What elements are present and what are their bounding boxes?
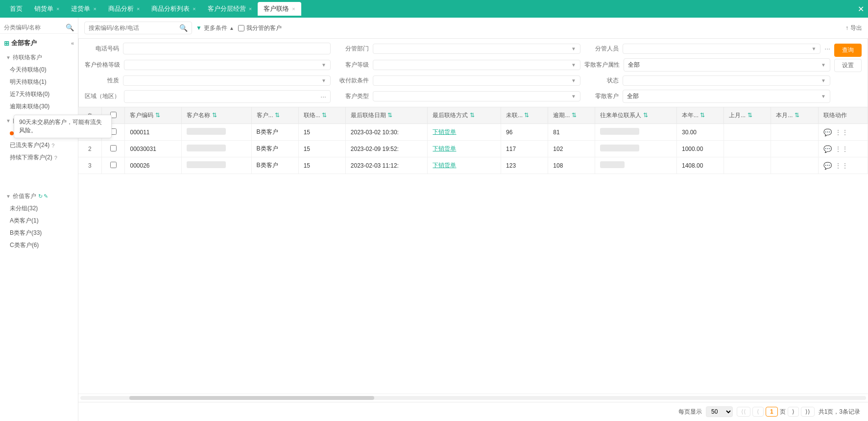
row-method-3: 下销货单 [428, 157, 501, 174]
refresh-icon[interactable]: ↻ [38, 193, 43, 199]
sidebar-item-class-a[interactable]: A类客户(1) [0, 215, 78, 227]
tab-bar: 首页 销货单 × 进货单 × 商品分析 × 商品分析列表 × 客户分层经营 × … [0, 0, 868, 18]
method-link-3[interactable]: 下销货单 [433, 162, 456, 169]
last-page-button[interactable]: ⟩⟩ [801, 407, 815, 417]
sidebar-group-value-title[interactable]: ▼ 价值客户 ↻ ✎ [0, 190, 78, 202]
next-page-button[interactable]: ⟩ [788, 407, 799, 417]
question-icon: ? [51, 143, 54, 149]
toolbar-search-input[interactable] [89, 25, 177, 31]
filter-price-level-select[interactable]: ▼ [124, 60, 331, 70]
tab-product-analysis-close[interactable]: × [137, 6, 140, 12]
tab-sales-close[interactable]: × [56, 6, 59, 12]
sort-icon10[interactable]: ⇅ [700, 112, 705, 119]
sort-icon[interactable]: ⇅ [155, 112, 160, 119]
export-button[interactable]: ↑ 导出 [845, 24, 862, 32]
sidebar-item-class-b[interactable]: B类客户(33) [0, 227, 78, 239]
tab-sales[interactable]: 销货单 × [28, 2, 65, 16]
filter-nature-select[interactable]: ▼ [123, 75, 331, 86]
action-chat-2[interactable]: 💬 [823, 145, 832, 153]
action-chat-1[interactable]: 💬 [823, 128, 832, 136]
scroll-track[interactable] [80, 396, 866, 400]
sidebar-item-churned[interactable]: 已流失客户(24) ? [0, 139, 78, 151]
method-link-2[interactable]: 下销货单 [433, 145, 456, 152]
filter-dept: 分管部门 ▼ [335, 44, 580, 54]
sort-icon12[interactable]: ⇅ [795, 112, 799, 119]
sidebar-collapse-btn[interactable]: « [71, 40, 74, 46]
tab-customer-segment-close[interactable]: × [249, 6, 252, 12]
sort-icon8[interactable]: ⇅ [572, 112, 577, 119]
sidebar-item-overdue-contact[interactable]: 逾期未联络(30) [0, 100, 78, 113]
sort-icon5[interactable]: ⇅ [387, 112, 392, 119]
sidebar-search-input[interactable] [4, 24, 66, 31]
tab-customer-contact-close[interactable]: × [292, 6, 295, 12]
page-label: 页 [780, 408, 786, 416]
query-button[interactable]: 查询 [834, 44, 862, 57]
filter-dept-select[interactable]: ▼ [373, 44, 580, 54]
sidebar-item-7days[interactable]: 近7天待联络(0) [0, 88, 78, 100]
filter-region-select[interactable]: ··· [124, 90, 331, 103]
filter-customer-level-select[interactable]: ▼ [373, 60, 580, 70]
customer-table: ⚙ 客户编码 ⇅ 客户名称 ⇅ 客户... ⇅ 联络... ⇅ 最后联络日期 ⇅… [78, 107, 868, 174]
sort-icon11[interactable]: ⇅ [747, 112, 752, 119]
action-more-1[interactable]: ⋮⋮ [835, 128, 848, 136]
toolbar-search-icon[interactable]: 🔍 [179, 24, 188, 32]
col-last-contact-date: 最后联络日期 ⇅ [345, 107, 428, 124]
action-chat-3[interactable]: 💬 [823, 162, 832, 170]
prev-page-button[interactable]: ⟨ [752, 407, 764, 417]
sidebar-item-tomorrow[interactable]: 明天待联络(1) [0, 76, 78, 88]
sort-icon4[interactable]: ⇅ [322, 112, 327, 119]
action-more-2[interactable]: ⋮⋮ [835, 145, 848, 153]
edit-icon[interactable]: ✎ [44, 193, 48, 199]
sort-icon3[interactable]: ⇅ [275, 112, 280, 119]
tab-product-analysis[interactable]: 商品分析 × [102, 2, 145, 16]
filter-retail-select[interactable]: 全部▼ [623, 90, 830, 103]
toolbar: 🔍 ▼ 更多条件 ▲ 我分管的客户 ↑ 导出 [78, 18, 868, 39]
scroll-thumb[interactable] [129, 396, 374, 400]
method-link-1[interactable]: 下销货单 [433, 128, 456, 135]
filter-status-select[interactable]: ▼ [623, 75, 830, 86]
filter-dots-1[interactable]: ··· [824, 45, 830, 52]
filter-toggle[interactable]: ▼ 更多条件 ▲ [196, 24, 234, 32]
row-contact-1: 15 [298, 124, 345, 141]
pagination: 每页显示 50 100 200 ⟨⟨ ⟨ 1 页 ⟩ ⟩⟩ 共1页，3条记录 [78, 402, 868, 421]
content-area: 🔍 ▼ 更多条件 ▲ 我分管的客户 ↑ 导出 [78, 18, 868, 421]
row-select-3[interactable] [110, 162, 117, 168]
my-customers-checkbox[interactable] [238, 25, 244, 31]
setting-button[interactable]: 设置 [834, 59, 862, 72]
tab-product-list-close[interactable]: × [193, 6, 195, 12]
row-select-2[interactable] [110, 145, 117, 151]
per-page-select[interactable]: 50 100 200 [706, 406, 733, 417]
tab-customer-contact[interactable]: 客户联络 × [258, 2, 301, 16]
tab-purchase-close[interactable]: × [93, 6, 96, 12]
filter-person-select[interactable]: ▼ [623, 44, 820, 54]
first-page-button[interactable]: ⟨⟨ [737, 407, 750, 417]
sort-icon6[interactable]: ⇅ [470, 112, 475, 119]
chevron-down-icon9: ▼ [571, 94, 576, 99]
col-code: 客户编码 ⇅ [125, 107, 182, 124]
filter-payment-select[interactable]: ▼ [373, 75, 580, 86]
sort-icon2[interactable]: ⇅ [212, 112, 217, 119]
sort-icon7[interactable]: ⇅ [524, 112, 529, 119]
region-dots-icon[interactable]: ··· [320, 93, 326, 100]
tab-home[interactable]: 首页 [4, 2, 28, 16]
sidebar-item-declining[interactable]: 持续下滑客户(2) ? [0, 151, 78, 164]
filter-retail-attr-select[interactable]: 全部▼ [624, 58, 830, 72]
tab-purchase[interactable]: 进货单 × [65, 2, 102, 16]
orange-dot-icon [10, 131, 14, 135]
sidebar-group-pending-title[interactable]: ▼ 待联络客户 [0, 51, 78, 64]
chevron-down-icon7: ▼ [571, 78, 576, 83]
horizontal-scrollbar[interactable] [78, 394, 868, 402]
tab-product-list[interactable]: 商品分析列表 × [145, 2, 201, 16]
tab-customer-segment[interactable]: 客户分层经营 × [202, 2, 258, 16]
sidebar-item-ungrouped[interactable]: 未分组(32) [0, 202, 78, 215]
filter-label: 更多条件 [204, 24, 227, 32]
action-more-3[interactable]: ⋮⋮ [835, 162, 848, 170]
filter-phone-input[interactable] [123, 43, 331, 54]
row-last-month-1 [724, 124, 771, 141]
filter-customer-type-select[interactable]: ▼ [373, 91, 580, 101]
window-close-button[interactable]: ✕ [858, 4, 864, 14]
sort-icon9[interactable]: ⇅ [643, 112, 648, 119]
sidebar-all-customers[interactable]: ⊞ 全部客户 « [0, 36, 78, 50]
sidebar-item-class-c[interactable]: C类客户(6) [0, 239, 78, 251]
sidebar-item-today[interactable]: 今天待联络(0) [0, 64, 78, 76]
